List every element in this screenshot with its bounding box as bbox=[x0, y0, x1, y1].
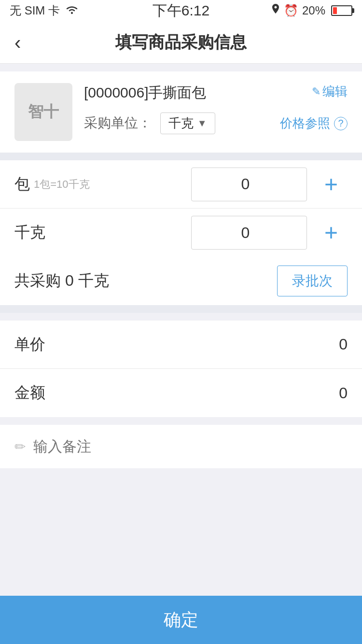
batch-button[interactable]: 录批次 bbox=[277, 266, 348, 296]
amount-value: 0 bbox=[339, 384, 348, 402]
location-icon bbox=[271, 4, 280, 17]
edit-icon: ✎ bbox=[312, 85, 320, 98]
confirm-label: 确定 bbox=[164, 608, 198, 632]
summary-text: 共采购 0 千克 bbox=[14, 270, 109, 292]
product-name: [0000006]手撕面包 bbox=[84, 83, 206, 103]
battery-icon bbox=[331, 5, 352, 16]
price-reference-button[interactable]: 价格参照 ? bbox=[280, 115, 348, 132]
unit-price-value: 0 bbox=[339, 336, 348, 353]
status-left: 无 SIM 卡 bbox=[10, 3, 79, 18]
confirm-button[interactable]: 确定 bbox=[0, 596, 362, 644]
bag-input-row: 包 1包=10千克 + bbox=[0, 160, 362, 209]
divider-1 bbox=[0, 153, 362, 160]
sim-text: 无 SIM 卡 bbox=[10, 3, 60, 18]
input-section: 包 1包=10千克 + 千克 + bbox=[0, 160, 362, 257]
status-right: ⏰ 20% bbox=[271, 4, 352, 17]
unit-selector: 采购单位： 千克 ▼ bbox=[84, 112, 215, 134]
divider-2 bbox=[0, 305, 362, 313]
wifi-icon bbox=[65, 4, 79, 17]
kg-input[interactable] bbox=[191, 216, 307, 250]
summary-row: 共采购 0 千克 录批次 bbox=[0, 257, 362, 305]
dropdown-arrow-icon: ▼ bbox=[197, 118, 207, 129]
edit-button[interactable]: ✎ 编辑 bbox=[312, 83, 348, 100]
kg-input-row: 千克 + bbox=[0, 209, 362, 257]
price-section: 单价 0 金额 0 bbox=[0, 321, 362, 417]
content-spacer bbox=[0, 468, 362, 565]
help-icon: ? bbox=[334, 117, 348, 130]
unit-price-row: 单价 0 bbox=[0, 321, 362, 369]
product-image: 智十 bbox=[14, 83, 72, 141]
edit-label: 编辑 bbox=[322, 83, 348, 100]
bag-label: 包 bbox=[14, 174, 30, 195]
product-card: 智十 [0000006]手撕面包 ✎ 编辑 采购单位： 千克 ▼ bbox=[0, 71, 362, 153]
kg-label: 千克 bbox=[14, 222, 45, 243]
kg-plus-button[interactable]: + bbox=[315, 216, 348, 250]
product-logo: 智十 bbox=[28, 101, 59, 123]
pencil-icon: ✏ bbox=[14, 439, 26, 455]
status-time: 下午6:12 bbox=[153, 1, 209, 21]
bag-plus-button[interactable]: + bbox=[315, 168, 348, 201]
bag-input[interactable] bbox=[191, 168, 307, 201]
nav-bar: ‹ 填写商品采购信息 bbox=[0, 21, 362, 64]
battery-percent: 20% bbox=[302, 4, 325, 17]
amount-row: 金额 0 bbox=[0, 369, 362, 417]
product-header: [0000006]手撕面包 ✎ 编辑 bbox=[84, 83, 348, 103]
status-bar: 无 SIM 卡 下午6:12 ⏰ 20% bbox=[0, 0, 362, 21]
unit-value: 千克 bbox=[168, 115, 194, 132]
price-ref-label: 价格参照 bbox=[280, 115, 330, 132]
product-info: [0000006]手撕面包 ✎ 编辑 采购单位： 千克 ▼ 价格参照 ? bbox=[84, 83, 348, 134]
product-unit: 采购单位： 千克 ▼ 价格参照 ? bbox=[84, 112, 348, 134]
back-button[interactable]: ‹ bbox=[14, 33, 21, 52]
svg-point-0 bbox=[71, 12, 73, 14]
remark-section: ✏ bbox=[0, 425, 362, 468]
alarm-icon: ⏰ bbox=[284, 4, 298, 17]
remark-input[interactable] bbox=[33, 438, 348, 455]
page-title: 填写商品采购信息 bbox=[115, 31, 247, 54]
unit-label: 采购单位： bbox=[84, 115, 152, 130]
bag-sub-label: 1包=10千克 bbox=[34, 177, 90, 192]
amount-label: 金额 bbox=[14, 382, 45, 404]
unit-dropdown[interactable]: 千克 ▼ bbox=[160, 112, 215, 134]
unit-price-label: 单价 bbox=[14, 334, 45, 355]
